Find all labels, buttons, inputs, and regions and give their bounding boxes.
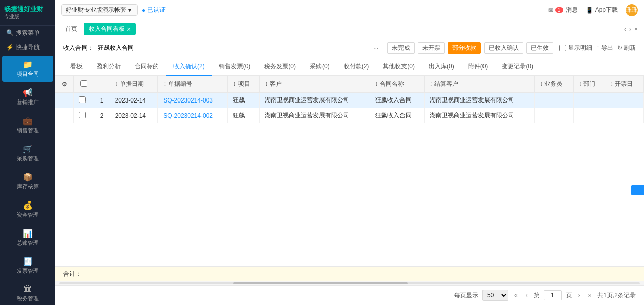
company-selector[interactable]: 好业财专业版演示帐套 ▾ xyxy=(61,4,138,16)
user-name: 珠珠 xyxy=(626,6,638,14)
row-checkbox[interactable] xyxy=(74,108,94,123)
finance-icon: 💰 xyxy=(23,200,33,210)
status-no-invoice[interactable]: 未开票 xyxy=(418,42,445,54)
sidebar-item-label: 营销推广 xyxy=(17,98,39,106)
sidebar-item-quick-nav[interactable]: ⚡ 快捷导航 xyxy=(0,40,55,55)
tab-tax-invoice[interactable]: 税务发票(0) xyxy=(257,58,303,76)
sidebar-item-inventory[interactable]: 📦 库存核算 xyxy=(2,168,53,194)
sales-invoice-label: 销售发票(0) xyxy=(219,63,251,70)
sidebar-item-search[interactable]: 🔍 搜索菜单 xyxy=(0,26,55,40)
user-avatar-btn[interactable]: 珠珠 xyxy=(626,4,638,16)
project-icon: 📁 xyxy=(23,60,33,69)
app-download-label: App下载 xyxy=(595,6,618,14)
table-footer: 合计： xyxy=(55,266,644,281)
change-log-label: 变更记录(0) xyxy=(502,63,533,70)
status-incomplete[interactable]: 未完成 xyxy=(387,42,415,54)
message-btn[interactable]: ✉ 1 消息 xyxy=(548,6,578,14)
tab-attachment[interactable]: 附件(0) xyxy=(461,58,495,76)
display-options: 显示明细 ↑ 导出 ↻ 刷新 xyxy=(559,44,636,52)
avatar: 珠珠 xyxy=(626,4,638,16)
status-confirmed[interactable]: 已收入确认 xyxy=(484,42,523,54)
message-label: 消息 xyxy=(566,6,578,14)
per-page-select[interactable]: 50 20 100 xyxy=(482,290,508,301)
row-settings xyxy=(55,93,74,108)
col-settings[interactable]: ⚙ xyxy=(55,76,74,93)
app-sub: 专业版 xyxy=(4,13,51,20)
order-no-link[interactable]: SQ-20230214-003 xyxy=(163,97,213,104)
tabbar: 首页 收入合同看板 × ‹ › × xyxy=(55,20,644,38)
row-contract-name: 狂飙收入合同 xyxy=(370,93,424,108)
tab-contract-mark[interactable]: 合同标的 xyxy=(128,58,166,76)
export-btn[interactable]: ↑ 导出 xyxy=(596,44,613,52)
refresh-btn[interactable]: ↻ 刷新 xyxy=(617,44,636,52)
tab-kanban[interactable]: 看板 xyxy=(63,58,90,76)
tab-other-income[interactable]: 其他收支(0) xyxy=(376,58,422,76)
sidebar-item-project[interactable]: 📁 项目合同 xyxy=(2,56,53,82)
sidebar-item-general[interactable]: 📊 总账管理 xyxy=(2,225,53,251)
tab-payment[interactable]: 收付款(2) xyxy=(337,58,376,76)
page-next-btn[interactable]: › xyxy=(576,291,582,300)
row-select-checkbox[interactable] xyxy=(79,96,86,103)
more-btn[interactable]: ··· xyxy=(370,44,381,53)
sidebar-item-marketing[interactable]: 📢 营销推广 xyxy=(2,84,53,110)
page-label: 第 xyxy=(534,291,540,300)
status-partial-collect[interactable]: 部分收款 xyxy=(448,42,481,54)
tab-change-log[interactable]: 变更记录(0) xyxy=(495,58,540,76)
per-page-label: 每页显示 xyxy=(454,291,478,300)
page-end-label: 页 xyxy=(566,291,572,300)
table-row[interactable]: 2 2023-02-14 SQ-20230214-002 狂飙 湖南卫视商业运营… xyxy=(55,108,644,123)
tab-prev-btn[interactable]: ‹ xyxy=(624,26,626,33)
order-no-link[interactable]: SQ-20230214-002 xyxy=(163,112,213,119)
sidebar-item-tax[interactable]: 🏛 税务管理 xyxy=(2,281,53,305)
table-row[interactable]: 1 2023-02-14 SQ-20230214-003 狂飙 湖南卫视商业运营… xyxy=(55,93,644,108)
page-first-btn[interactable]: « xyxy=(512,291,520,300)
page-prev-btn[interactable]: ‹ xyxy=(524,291,530,300)
row-checkbox[interactable] xyxy=(74,93,94,108)
sidebar-item-sales[interactable]: 💼 销售管理 xyxy=(2,112,53,138)
sidebar-item-label: 资金管理 xyxy=(17,211,39,219)
tab-income-confirm[interactable]: 收入确认(2) xyxy=(166,58,212,76)
col-salesperson: ↕ 业务员 xyxy=(534,76,573,93)
tab-sales-invoice[interactable]: 销售发票(0) xyxy=(212,58,258,76)
row-order-no[interactable]: SQ-20230214-002 xyxy=(158,108,228,123)
row-select-checkbox[interactable] xyxy=(79,112,86,118)
col-department: ↕ 部门 xyxy=(573,76,605,93)
display-detail-label: 显示明细 xyxy=(568,44,592,52)
status-effective[interactable]: 已生效 xyxy=(526,42,553,54)
select-all-checkbox[interactable] xyxy=(80,80,87,87)
tab-home[interactable]: 首页 xyxy=(61,23,82,35)
col-project: ↕ 项目 xyxy=(228,76,260,93)
row-salesperson xyxy=(534,93,573,108)
sidebar-item-label: 发票管理 xyxy=(17,267,39,275)
col-checkbox[interactable] xyxy=(74,76,94,93)
page-last-btn[interactable]: » xyxy=(586,291,594,300)
tab-purchase[interactable]: 采购(0) xyxy=(303,58,337,76)
scrollbar-thumb[interactable] xyxy=(233,282,408,284)
tab-next-btn[interactable]: › xyxy=(629,26,631,33)
row-order-no[interactable]: SQ-20230214-003 xyxy=(158,93,228,108)
tab-close-all-btn[interactable]: × xyxy=(634,26,638,33)
sidebar-item-finance[interactable]: 💰 资金管理 xyxy=(2,196,53,223)
sidebar-item-purchase[interactable]: 🛒 采购管理 xyxy=(2,140,53,166)
display-detail-toggle[interactable]: 显示明细 xyxy=(559,44,592,52)
general-icon: 📊 xyxy=(23,229,33,238)
row-contract-name: 狂飙收入合同 xyxy=(370,108,424,123)
horizontal-scrollbar[interactable] xyxy=(55,281,644,285)
sidebar-item-label: 总账管理 xyxy=(17,239,39,247)
display-detail-checkbox[interactable] xyxy=(559,45,566,51)
page-number-input[interactable] xyxy=(544,290,562,300)
row-invoice-date xyxy=(605,93,643,108)
app-download-btn[interactable]: 📱 App下载 xyxy=(586,6,618,14)
sidebar-item-invoice[interactable]: 🧾 发票管理 xyxy=(2,253,53,279)
export-icon: ↑ xyxy=(596,44,599,51)
float-action-btn[interactable]: 操作 xyxy=(631,185,644,195)
tab-active[interactable]: 收入合同看板 × xyxy=(84,23,136,35)
tab-close-btn[interactable]: × xyxy=(127,25,131,33)
sidebar-item-label: 销售管理 xyxy=(17,127,39,134)
tab-profit[interactable]: 盈利分析 xyxy=(90,58,128,76)
tab-warehouse[interactable]: 出入库(0) xyxy=(422,58,461,76)
sales-icon: 💼 xyxy=(23,116,33,126)
table-area: ⚙ ↕ 单据日期 ↕ 单据编号 ↕ 项目 xyxy=(55,76,644,266)
inventory-icon: 📦 xyxy=(23,172,33,182)
col-date: ↕ 单据日期 xyxy=(110,76,158,93)
